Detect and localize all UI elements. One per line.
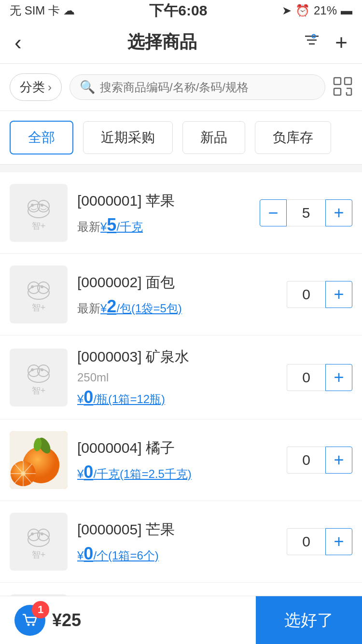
svg-point-37 [21, 471, 26, 476]
price-value: 2 [107, 296, 116, 317]
product-name: [0000004] 橘子 [77, 438, 277, 458]
owl-placeholder: 智+ [24, 194, 53, 232]
search-icon: 🔍 [80, 80, 95, 95]
tab-negative[interactable]: 负库存 [255, 121, 331, 154]
page-title: 选择商品 [127, 30, 197, 54]
price-unit: /个(1箱=6个) [93, 548, 158, 563]
quantity-control: + [287, 364, 352, 391]
tab-new[interactable]: 新品 [182, 121, 245, 154]
product-price: ¥ 0 /千克(1箱=2.5千克) [77, 462, 277, 482]
sim-status: 无 SIM 卡 ☁ [10, 3, 75, 18]
svg-point-15 [41, 204, 43, 207]
filter-button[interactable] [303, 31, 320, 53]
svg-point-14 [31, 204, 34, 207]
tab-recent[interactable]: 近期采购 [83, 121, 173, 154]
nav-left: ‹ [14, 30, 22, 55]
search-input[interactable] [100, 81, 315, 94]
product-image: 智+ [10, 513, 68, 571]
category-label: 分类 [20, 79, 45, 96]
product-image [10, 431, 68, 489]
product-price: 最新 ¥ 5 /千克 [77, 215, 250, 235]
nav-right: + [303, 30, 348, 55]
increase-button[interactable]: + [325, 281, 352, 308]
tab-all[interactable]: 全部 [10, 121, 73, 154]
increase-button[interactable]: + [325, 199, 352, 226]
owl-placeholder: 智+ [24, 523, 53, 560]
product-price: ¥ 0 /个(1箱=6个) [77, 544, 277, 564]
price-unit: /包(1袋=5包) [116, 301, 181, 316]
price-label: 最新 [77, 219, 100, 235]
product-price: ¥ 0 /瓶(1箱=12瓶) [77, 387, 277, 407]
svg-point-20 [41, 285, 43, 288]
price-unit: /千克 [116, 219, 143, 235]
category-button[interactable]: 分类 › [10, 73, 62, 101]
owl-placeholder: 智+ [24, 276, 53, 313]
quantity-control: + [287, 281, 352, 308]
price-currency: ¥ [77, 467, 84, 481]
scan-button[interactable] [333, 77, 352, 98]
search-box: 🔍 [70, 74, 325, 100]
product-info: [0000001] 苹果 最新 ¥ 5 /千克 [77, 191, 250, 235]
price-currency: ¥ [77, 392, 84, 406]
price-value: 0 [84, 462, 93, 482]
increase-button[interactable]: + [325, 447, 352, 474]
quantity-input[interactable] [287, 364, 325, 391]
price-currency: ¥ [77, 549, 84, 562]
product-item: 智+ [0000003] 矿泉水 250ml ¥ 0 /瓶(1箱=12瓶) + [0, 336, 362, 420]
quantity-input[interactable] [287, 447, 325, 474]
cart-badge: 1 [32, 601, 49, 618]
svg-rect-5 [345, 78, 351, 84]
quantity-control: − + [260, 199, 352, 226]
battery-icon: ▬ [341, 4, 352, 17]
price-currency: ¥ [100, 302, 107, 315]
status-time: 下午6:08 [149, 1, 207, 21]
orange-illustration [10, 431, 68, 489]
chevron-right-icon: › [48, 81, 52, 94]
product-spec: 250ml [77, 371, 277, 384]
price-unit: /瓶(1箱=12瓶) [93, 392, 165, 407]
quantity-control: + [287, 528, 352, 555]
price-value: 0 [84, 387, 93, 407]
confirm-button[interactable]: 选好了 [256, 596, 362, 644]
back-button[interactable]: ‹ [14, 30, 22, 55]
quantity-input[interactable] [287, 281, 325, 308]
svg-point-52 [32, 623, 35, 626]
product-item: 智+ [0000005] 芒果 ¥ 0 /个(1箱=6个) + [0, 501, 362, 583]
decrease-button[interactable]: − [260, 199, 287, 226]
cart-icon-wrap[interactable]: 1 [14, 605, 45, 636]
alarm-icon: ⏰ [295, 4, 310, 17]
price-value: 5 [107, 215, 116, 235]
svg-point-41 [31, 532, 34, 535]
product-info: [0000005] 芒果 ¥ 0 /个(1箱=6个) [77, 520, 277, 564]
product-item: 智+ [0000001] 苹果 最新 ¥ 5 /千克 − + [0, 172, 362, 254]
product-info: [0000004] 橘子 ¥ 0 /千克(1箱=2.5千克) [77, 438, 277, 482]
svg-point-42 [41, 532, 43, 535]
battery-status: 21% [314, 4, 337, 17]
quantity-input[interactable] [287, 528, 325, 555]
svg-rect-4 [334, 78, 341, 84]
add-button[interactable]: + [335, 30, 348, 55]
product-price: 最新 ¥ 2 /包(1袋=5包) [77, 296, 277, 317]
increase-button[interactable]: + [325, 528, 352, 555]
product-name: [0000005] 芒果 [77, 520, 277, 540]
increase-button[interactable]: + [325, 364, 352, 391]
status-left: 无 SIM 卡 ☁ [10, 3, 75, 18]
quantity-input[interactable] [287, 199, 325, 226]
product-info: [0000003] 矿泉水 250ml ¥ 0 /瓶(1箱=12瓶) [77, 347, 277, 407]
cart-total: ¥25 [52, 610, 81, 630]
svg-point-24 [31, 368, 34, 371]
svg-rect-6 [334, 88, 341, 95]
product-image: 智+ [10, 266, 68, 323]
nav-bar: ‹ 选择商品 + [0, 21, 362, 64]
price-unit: /千克(1箱=2.5千克) [93, 466, 191, 482]
product-info: [0000002] 面包 最新 ¥ 2 /包(1袋=5包) [77, 273, 277, 317]
product-name: [0000001] 苹果 [77, 191, 250, 211]
owl-placeholder: 智+ [24, 359, 53, 396]
status-right: ➤ ⏰ 21% ▬ [282, 4, 352, 17]
svg-point-25 [41, 368, 43, 371]
tab-bar: 全部 近期采购 新品 负库存 [0, 111, 362, 165]
filter-bar: 分类 › 🔍 [0, 64, 362, 111]
quantity-control: + [287, 447, 352, 474]
product-name: [0000002] 面包 [77, 273, 277, 293]
bottom-bar: 1 ¥25 选好了 [0, 596, 362, 644]
